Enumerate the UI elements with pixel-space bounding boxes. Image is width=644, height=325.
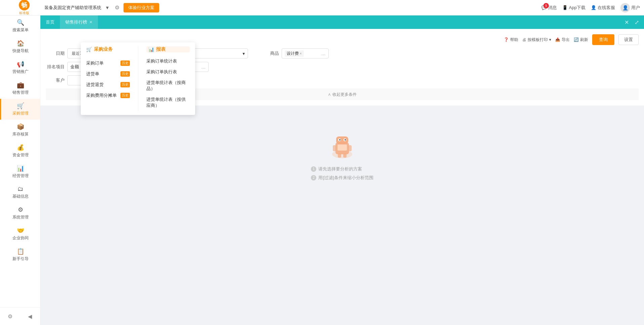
- sidebar-label-marketing: 营销推广: [12, 69, 29, 75]
- query-btn[interactable]: 查询: [592, 34, 614, 45]
- message-btn[interactable]: 💬 9 消息: [541, 5, 557, 11]
- online-service-label: 在线客服: [598, 5, 615, 11]
- dropdown-left-items: 采购订单 历史 进货单 历史 进货退货 历史 采购费用分摊单 历史: [86, 58, 130, 101]
- order-status-select[interactable]: ▾: [194, 48, 248, 58]
- report-icon: 📊: [148, 47, 154, 52]
- history-badge: 历史: [120, 82, 130, 87]
- industry-btn[interactable]: 体验行业方案: [123, 3, 159, 12]
- sidebar-item-marketing[interactable]: 📢 营销推广: [0, 57, 40, 78]
- svg-rect-10: [338, 154, 341, 158]
- service-icon: 👤: [591, 5, 596, 10]
- sidebar-item-operation[interactable]: 📊 经营管理: [0, 161, 40, 182]
- empty-tip-1: 1 请先选择要分析的方案: [311, 165, 373, 173]
- sidebar-icon-inventory: 📦: [17, 123, 24, 130]
- goods-tag-close[interactable]: ×: [300, 52, 302, 55]
- sidebar-item-purchase[interactable]: 🛒 采购管理: [0, 99, 40, 120]
- sidebar-label-sales: 销售管理: [12, 90, 29, 95]
- sidebar-item-finance[interactable]: 💰 资金管理: [0, 140, 40, 161]
- sidebar-settings-btn[interactable]: ⚙: [5, 311, 15, 322]
- mobile-icon: 📱: [562, 5, 568, 10]
- dropdown-item-label: 进货退货: [86, 82, 104, 88]
- goods-tag: 设计费 ×: [285, 50, 304, 57]
- sidebar-icon-guide: 📋: [17, 248, 24, 255]
- dropdown-left-item[interactable]: 进货退货 历史: [86, 79, 130, 90]
- dropdown-left-item[interactable]: 采购费用分摊单 历史: [86, 90, 130, 101]
- sidebar-icon-marketing: 📢: [17, 60, 24, 68]
- sidebar-item-guide[interactable]: 📋 新手引导: [0, 244, 40, 265]
- tab-home-label: 首页: [46, 19, 55, 25]
- sidebar-item-system[interactable]: ⚙ 系统管理: [0, 203, 40, 224]
- header-settings-icon[interactable]: ⚙: [113, 4, 121, 11]
- sidebar-icon-sales: 💼: [17, 81, 24, 89]
- print-label: 按模板打印: [528, 37, 548, 43]
- print-btn[interactable]: 🖨 按模板打印 ▾: [522, 37, 551, 43]
- collapse-label: 收起更多条件: [332, 92, 357, 97]
- tab-window-close-icon[interactable]: ✕: [622, 18, 631, 26]
- sidebar-label-operation: 经营管理: [12, 173, 29, 179]
- refresh-btn[interactable]: 🔄 刷新: [574, 37, 588, 43]
- svg-rect-4: [336, 136, 348, 144]
- dropdown-item-label: 采购费用分摊单: [86, 92, 117, 98]
- dropdown-item-label: 采购订单统计表: [146, 58, 177, 64]
- history-badge: 历史: [120, 71, 130, 77]
- dropdown-right-item[interactable]: 进货单统计表（按供应商）: [146, 94, 190, 111]
- help-label: 帮助: [510, 37, 518, 43]
- system-title: 装备及固定资产辅助管理系统: [44, 5, 101, 11]
- sidebar-label-inventory: 库存核算: [12, 131, 29, 137]
- sidebar-item-enterprise[interactable]: 🤝 企业协同: [0, 224, 40, 244]
- sidebar-item-sales[interactable]: 💼 销售管理: [0, 78, 40, 99]
- online-service-btn[interactable]: 👤 在线客服: [591, 5, 615, 11]
- goods-select[interactable]: 设计费 × …: [282, 48, 329, 58]
- empty-robot-svg: [325, 132, 359, 159]
- tab-close-icon[interactable]: ✕: [89, 20, 93, 25]
- sidebar-item-quick[interactable]: 🏠 快捷导航: [0, 36, 40, 57]
- svg-rect-11: [343, 154, 347, 158]
- dropdown-right-item[interactable]: 采购订单执行表: [146, 67, 190, 77]
- dropdown-item-label: 进货单统计表（按商品）: [146, 80, 190, 92]
- sidebar-icon-operation: 📊: [17, 165, 24, 172]
- sidebar-item-basic[interactable]: 🗂 基础信息: [0, 182, 40, 203]
- goods-more-dots[interactable]: …: [321, 51, 326, 56]
- customer-label: 客户: [46, 77, 65, 83]
- goods-label: 商品: [260, 50, 279, 56]
- logo-icon: 畅: [19, 0, 30, 10]
- tab-home[interactable]: 首页: [40, 15, 60, 29]
- user-btn[interactable]: 👤 用户: [620, 3, 640, 12]
- dropdown-right-item[interactable]: 采购订单统计表: [146, 56, 190, 67]
- dropdown-left-item[interactable]: 采购订单 历史: [86, 58, 130, 69]
- svg-rect-3: [348, 145, 352, 151]
- sidebar-icon-finance: 💰: [17, 144, 24, 151]
- sidebar-icon-purchase: 🛒: [17, 102, 24, 110]
- goods-tags: 设计费 ×: [285, 50, 304, 57]
- refresh-icon: 🔄: [574, 37, 579, 42]
- sidebar-label-finance: 资金管理: [12, 152, 29, 158]
- export-btn[interactable]: 📤 导出: [555, 37, 570, 43]
- sidebar-item-search[interactable]: 🔍 搜索菜单: [0, 15, 40, 36]
- dropdown-left-item[interactable]: 进货单 历史: [86, 69, 130, 79]
- message-label: 消息: [548, 5, 557, 11]
- dropdown-right-item[interactable]: 进货单统计表（按商品）: [146, 77, 190, 94]
- app-download-btn[interactable]: 📱 App下载: [562, 5, 585, 11]
- help-btn[interactable]: ❓ 帮助: [504, 37, 518, 43]
- empty-icon-wrap: [325, 132, 359, 159]
- purchase-dropdown-menu: 🛒 采购业务 采购订单 历史 进货单 历史 进货退货 历史 采购费用分摊单 历史: [81, 42, 195, 115]
- tab-sales-rank[interactable]: 销售排行榜 ✕: [60, 15, 98, 29]
- history-badge: 历史: [120, 60, 130, 66]
- print-dropdown-icon[interactable]: ▾: [549, 37, 551, 42]
- empty-state: 1 请先选择要分析的方案 2 用[过滤]条件来缩小分析范围: [40, 106, 644, 209]
- sidebar-icon-basic: 🗂: [17, 186, 24, 193]
- sidebar-item-inventory[interactable]: 📦 库存核算: [0, 120, 40, 140]
- empty-tip-2: 2 用[过滤]条件来缩小分析范围: [311, 173, 373, 182]
- sidebar-icon-quick: 🏠: [17, 40, 24, 47]
- system-dropdown-btn[interactable]: ▾: [104, 4, 111, 11]
- header-right: 💬 9 消息 📱 App下载 👤 在线客服 👤 用户: [541, 3, 640, 12]
- tab-expand-icon[interactable]: ⤢: [633, 18, 641, 26]
- help-icon: ❓: [504, 37, 509, 42]
- settings-btn[interactable]: 设置: [618, 34, 639, 45]
- dropdown-right-items: 采购订单统计表采购订单执行表进货单统计表（按商品）进货单统计表（按供应商）: [146, 56, 190, 111]
- svg-rect-2: [333, 145, 336, 151]
- page-body: ❓ 帮助 🖨 按模板打印 ▾ 📤 导出 🔄 刷新: [40, 29, 644, 325]
- salesperson-more-dots[interactable]: …: [201, 65, 206, 70]
- sidebar-collapse-btn[interactable]: ◀: [25, 311, 35, 322]
- date-label: 日期: [46, 50, 65, 56]
